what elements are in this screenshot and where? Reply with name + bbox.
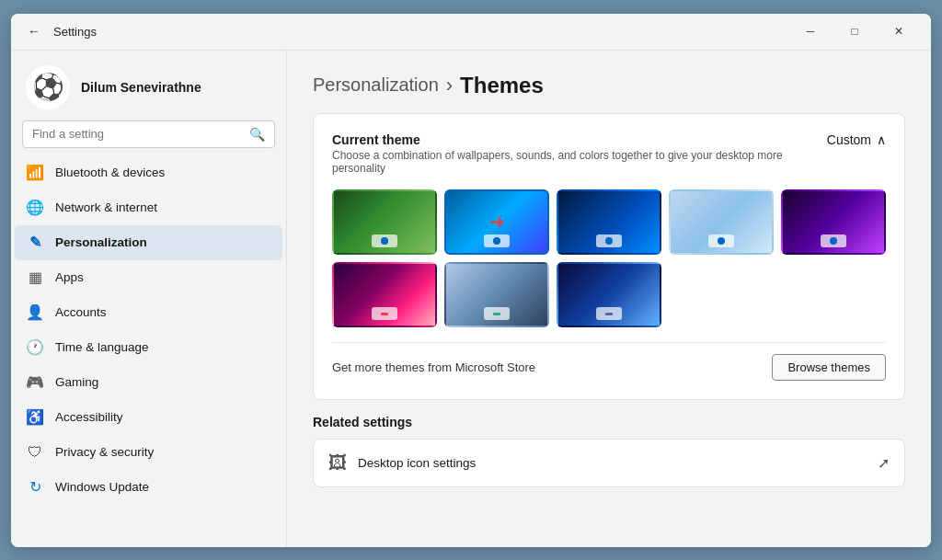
- sidebar-item-label: Network & internet: [55, 200, 157, 214]
- theme-line-6: [381, 313, 388, 315]
- back-button[interactable]: ←: [22, 20, 46, 42]
- theme-card: Current theme Choose a combination of wa…: [313, 113, 905, 401]
- sidebar-item-network[interactable]: 🌐 Network & internet: [15, 190, 282, 225]
- shield-icon: 🛡: [26, 443, 44, 462]
- sidebar-item-bluetooth[interactable]: 📶 Bluetooth & devices: [15, 155, 282, 190]
- sidebar-item-label: Windows Update: [55, 480, 149, 494]
- account-icon: 👤: [26, 303, 44, 322]
- desktop-icon-label: Desktop icon settings: [358, 456, 476, 470]
- bluetooth-icon: 📶: [26, 164, 44, 182]
- search-icon: 🔍: [249, 127, 265, 142]
- close-button[interactable]: ✕: [878, 17, 920, 46]
- sidebar-item-label: Accessibility: [55, 410, 123, 424]
- theme-indicator-5: [821, 234, 846, 247]
- sidebar-item-label: Accounts: [55, 305, 107, 319]
- theme-dot-2: [493, 237, 500, 245]
- window-title: Settings: [53, 25, 97, 39]
- search-box[interactable]: 🔍: [22, 120, 275, 148]
- user-name: Dilum Senevirathne: [81, 80, 201, 95]
- theme-arrow-icon: ➜: [489, 211, 505, 233]
- related-item-left: 🖼 Desktop icon settings: [328, 452, 476, 474]
- sidebar-item-privacy[interactable]: 🛡 Privacy & security: [15, 435, 282, 470]
- sidebar-item-apps[interactable]: ▦ Apps: [15, 260, 282, 295]
- minimize-button[interactable]: ─: [789, 17, 832, 46]
- sidebar-item-label: Bluetooth & devices: [55, 166, 165, 179]
- related-settings-title: Related settings: [313, 415, 905, 429]
- browse-row: Get more themes from Microsoft Store Bro…: [332, 342, 886, 381]
- sidebar-item-label: Personalization: [55, 235, 147, 249]
- clock-icon: 🕐: [26, 338, 44, 357]
- theme-dot-5: [830, 237, 837, 245]
- related-settings: Related settings 🖼 Desktop icon settings…: [313, 415, 905, 487]
- sidebar-item-label: Time & language: [55, 340, 149, 354]
- search-input[interactable]: [32, 127, 244, 141]
- brush-icon: ✎: [26, 234, 44, 252]
- theme-dot-3: [605, 237, 613, 245]
- theme-indicator-4: [708, 234, 734, 247]
- user-profile: ⚽ Dilum Senevirathne: [11, 51, 286, 120]
- theme-indicator-1: [372, 234, 397, 247]
- main-content: ⚽ Dilum Senevirathne 🔍 📶 Bluetooth & dev…: [11, 51, 931, 547]
- theme-indicator-2: [484, 234, 510, 247]
- chevron-up-icon: ∧: [877, 132, 886, 147]
- theme-indicator-6: [372, 307, 397, 320]
- theme-indicator-8: [596, 307, 622, 320]
- apps-icon: ▦: [26, 269, 44, 287]
- breadcrumb: Personalization › Themes: [313, 73, 905, 98]
- theme-thumbnail-7[interactable]: [444, 262, 549, 327]
- theme-info: Current theme Choose a combination of wa…: [332, 132, 827, 175]
- desktop-icon: 🖼: [328, 452, 347, 474]
- sidebar: ⚽ Dilum Senevirathne 🔍 📶 Bluetooth & dev…: [11, 51, 287, 547]
- sidebar-item-label: Privacy & security: [55, 445, 154, 459]
- theme-thumbnail-5[interactable]: [781, 189, 886, 255]
- sidebar-item-update[interactable]: ↻ Windows Update: [15, 470, 282, 505]
- theme-custom-button[interactable]: Custom ∧: [827, 132, 886, 147]
- theme-thumbnail-1[interactable]: [332, 189, 437, 255]
- sidebar-item-label: Gaming: [55, 375, 98, 389]
- theme-indicator-7: [484, 307, 510, 320]
- content-area: Personalization › Themes Current theme C…: [287, 51, 931, 547]
- update-icon: ↻: [26, 478, 44, 497]
- accessibility-icon: ♿: [26, 408, 44, 427]
- avatar-emoji: ⚽: [32, 72, 64, 102]
- breadcrumb-parent: Personalization: [313, 74, 439, 96]
- theme-grid: ➜: [332, 189, 886, 328]
- desktop-icon-settings-item[interactable]: 🖼 Desktop icon settings ➚: [313, 439, 905, 487]
- breadcrumb-current: Themes: [460, 73, 544, 98]
- sidebar-item-accounts[interactable]: 👤 Accounts: [15, 295, 282, 330]
- titlebar: ← Settings ─ □ ✕: [11, 14, 931, 51]
- theme-thumbnail-4[interactable]: [669, 189, 774, 255]
- sidebar-item-accessibility[interactable]: ♿ Accessibility: [15, 400, 282, 435]
- theme-description: Choose a combination of wallpapers, soun…: [332, 149, 827, 175]
- window-controls: ─ □ ✕: [789, 17, 920, 46]
- sidebar-item-personalization[interactable]: ✎ Personalization: [15, 225, 282, 260]
- theme-dot-4: [718, 237, 725, 245]
- theme-line-8: [605, 313, 613, 315]
- avatar: ⚽: [26, 65, 70, 109]
- nav-list: 📶 Bluetooth & devices 🌐 Network & intern…: [11, 155, 286, 505]
- theme-thumbnail-2[interactable]: ➜: [444, 189, 549, 255]
- settings-window: ← Settings ─ □ ✕ ⚽ Dilum Senevirathne 🔍: [11, 14, 931, 547]
- browse-text: Get more themes from Microsoft Store: [332, 360, 535, 374]
- theme-indicator-3: [596, 234, 622, 247]
- theme-title: Current theme: [332, 132, 827, 147]
- network-icon: 🌐: [26, 199, 44, 217]
- theme-line-7: [493, 313, 500, 315]
- theme-thumbnail-3[interactable]: [557, 189, 661, 255]
- sidebar-item-label: Apps: [55, 270, 84, 284]
- theme-thumbnail-6[interactable]: [332, 262, 437, 327]
- sidebar-item-gaming[interactable]: 🎮 Gaming: [15, 365, 282, 400]
- gaming-icon: 🎮: [26, 373, 44, 392]
- theme-thumbnail-8[interactable]: [557, 262, 661, 327]
- theme-custom-label: Custom: [827, 132, 871, 147]
- theme-header: Current theme Choose a combination of wa…: [332, 132, 886, 175]
- browse-themes-button[interactable]: Browse themes: [772, 354, 886, 381]
- external-link-icon: ➚: [878, 454, 890, 472]
- sidebar-item-time[interactable]: 🕐 Time & language: [15, 330, 282, 365]
- maximize-button[interactable]: □: [833, 17, 876, 46]
- theme-dot-1: [381, 237, 388, 245]
- breadcrumb-separator: ›: [446, 74, 453, 97]
